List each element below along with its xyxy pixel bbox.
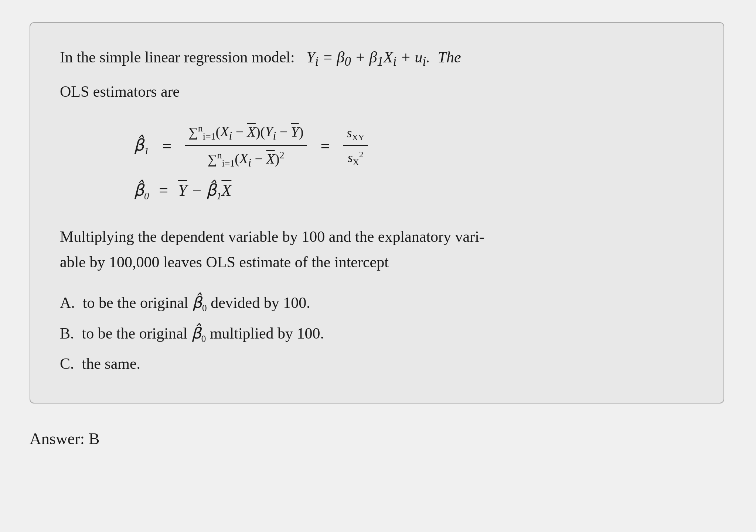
answer-label: Answer: B (30, 430, 99, 448)
fraction-denominator: ∑ni=1(Xi − X)2 (204, 147, 288, 169)
answer-section: Answer: B (30, 429, 99, 448)
ols-intro: OLS estimators are (60, 79, 694, 104)
model-equation: Yi = β0 + β1Xi + ui. The (306, 49, 461, 66)
s-x-denominator: sX2 (344, 147, 367, 167)
body-paragraph: Multiplying the dependent variable by 10… (60, 224, 694, 275)
fraction-numerator: ∑ni=1(Xi − X)(Yi − Y) (185, 123, 307, 146)
fraction-s: sXY sX2 (343, 125, 368, 167)
question-box: In the simple linear regression model: Y… (30, 22, 724, 404)
equals-sign-2: = (320, 137, 330, 155)
intro-text: In the simple linear regression model: Y… (60, 45, 694, 72)
option-b: B. to be the original β̂0 multiplied by … (60, 320, 694, 347)
beta0-equation: β̂0 = Y − β̂1X (134, 181, 231, 202)
s-xy-numerator: sXY (343, 125, 368, 146)
fraction-sxy: ∑ni=1(Xi − X)(Yi − Y) ∑ni=1(Xi − X)2 (185, 123, 307, 170)
formulas-section: β̂1 = ∑ni=1(Xi − X)(Yi − Y) ∑ni=1(Xi − X… (134, 123, 694, 202)
option-a: A. to be the original β̂0 devided by 100… (60, 290, 694, 316)
beta0-formula: β̂0 = Y − β̂1X (134, 181, 231, 202)
beta1-formula: β̂1 = ∑ni=1(Xi − X)(Yi − Y) ∑ni=1(Xi − X… (134, 123, 368, 170)
option-c: C. the same. (60, 351, 694, 377)
beta1-lhs: β̂1 (134, 135, 149, 157)
equals-sign-1: = (162, 137, 171, 155)
